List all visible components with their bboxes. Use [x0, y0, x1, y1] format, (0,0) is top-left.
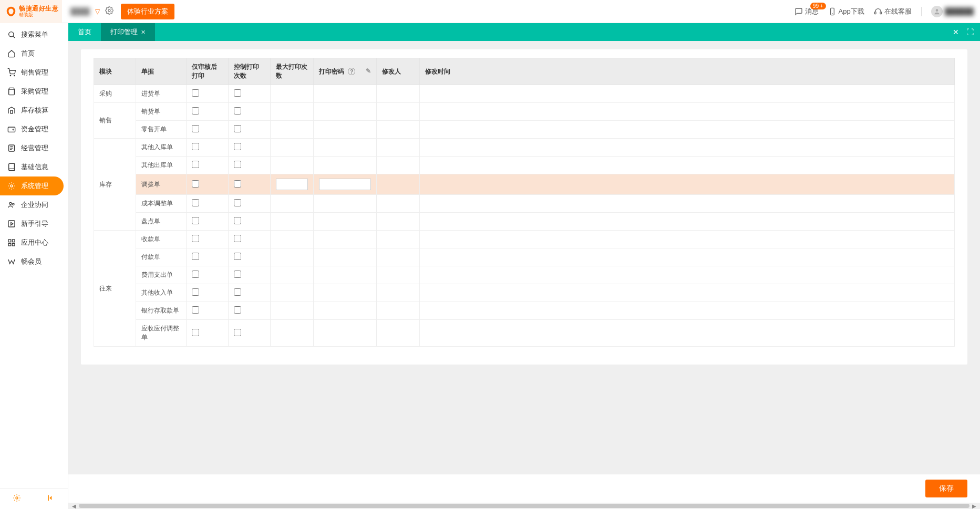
save-button[interactable]: 保存 [925, 480, 967, 497]
sidebar-item-sales[interactable]: 销售管理 [0, 63, 68, 82]
audit-only-checkbox[interactable] [192, 271, 199, 278]
svg-point-18 [11, 185, 13, 187]
fullscreen-icon[interactable]: ⛶ [966, 28, 974, 36]
audit-only-checkbox[interactable] [192, 125, 199, 132]
app-download-label: App下载 [839, 7, 864, 16]
table-row: 零售开单 [94, 121, 955, 139]
user-menu[interactable]: ██████ [931, 6, 974, 17]
td-limit [229, 266, 271, 284]
td-max [271, 231, 314, 248]
td-password [314, 195, 377, 213]
sidebar: 搜索菜单首页销售管理采购管理库存核算资金管理经营管理基础信息系统管理企业协同新手… [0, 23, 68, 509]
sidebar-item-guide[interactable]: 新手引导 [0, 214, 68, 233]
sidebar-item-apps[interactable]: 应用中心 [0, 233, 68, 252]
online-service-button[interactable]: 在线客服 [874, 7, 912, 16]
audit-only-checkbox[interactable] [192, 199, 199, 206]
table-row: 成本调整单 [94, 195, 955, 213]
limit-checkbox[interactable] [234, 161, 241, 168]
td-limit [229, 121, 271, 139]
audit-only-checkbox[interactable] [192, 288, 199, 296]
th-doc: 单据 [136, 58, 187, 85]
sidebar-item-coop[interactable]: 企业协同 [0, 195, 68, 214]
audit-only-checkbox[interactable] [192, 143, 199, 150]
limit-checkbox[interactable] [234, 89, 241, 97]
sidebar-item-stock[interactable]: 库存核算 [0, 101, 68, 120]
limit-checkbox[interactable] [234, 271, 241, 278]
td-modifier [377, 231, 420, 248]
td-modifier [377, 213, 420, 231]
svg-rect-4 [880, 12, 882, 14]
scroll-right-icon[interactable]: ▶ [972, 503, 977, 509]
max-print-input[interactable] [276, 179, 308, 190]
edit-icon[interactable]: ✎ [366, 67, 371, 75]
avatar-icon [931, 6, 943, 17]
team-icon [7, 201, 16, 209]
print-password-input[interactable] [319, 179, 371, 190]
limit-checkbox[interactable] [234, 288, 241, 296]
svg-line-7 [13, 36, 15, 38]
sidebar-collapse-icon[interactable] [47, 494, 55, 504]
td-limit [229, 103, 271, 121]
sidebar-item-system[interactable]: 系统管理 [0, 176, 64, 195]
company-name: ████ [70, 7, 90, 15]
sidebar-item-search[interactable]: 搜索菜单 [0, 25, 68, 44]
audit-only-checkbox[interactable] [192, 180, 199, 188]
sidebar-item-label: 系统管理 [21, 181, 48, 191]
audit-only-checkbox[interactable] [192, 253, 199, 260]
th-password: 打印密码 ? ✎ [314, 58, 377, 85]
tab-close-all-icon[interactable]: ✕ [953, 28, 959, 36]
audit-only-checkbox[interactable] [192, 235, 199, 242]
sidebar-item-vip[interactable]: 畅会员 [0, 252, 68, 271]
sidebar-item-fund[interactable]: 资金管理 [0, 120, 68, 139]
svg-point-8 [10, 75, 11, 76]
scroll-left-icon[interactable]: ◀ [71, 503, 77, 509]
sidebar-item-biz[interactable]: 经营管理 [0, 139, 68, 158]
company-selector[interactable]: ████ ▽ [70, 7, 100, 15]
td-audit-only [187, 157, 229, 174]
horizontal-scrollbar[interactable]: ◀ ▶ [68, 503, 980, 509]
tab-0[interactable]: 首页 [68, 23, 101, 41]
help-icon[interactable]: ? [348, 68, 355, 75]
audit-only-checkbox[interactable] [192, 161, 199, 168]
limit-checkbox[interactable] [234, 199, 241, 206]
app-download-button[interactable]: App下载 [828, 7, 864, 16]
scroll-thumb[interactable] [79, 504, 969, 508]
audit-only-checkbox[interactable] [192, 89, 199, 97]
audit-only-checkbox[interactable] [192, 306, 199, 314]
try-industry-button[interactable]: 体验行业方案 [121, 4, 174, 19]
td-audit-only [187, 248, 229, 266]
messages-button[interactable]: 消息 99 + [795, 7, 819, 16]
svg-rect-3 [874, 12, 876, 14]
sidebar-item-purchase[interactable]: 采购管理 [0, 82, 68, 101]
audit-only-checkbox[interactable] [192, 329, 199, 336]
audit-only-checkbox[interactable] [192, 107, 199, 115]
close-icon[interactable]: ✕ [141, 29, 146, 36]
limit-checkbox[interactable] [234, 306, 241, 314]
limit-checkbox[interactable] [234, 125, 241, 132]
td-doc: 收款单 [136, 231, 187, 248]
sidebar-item-home[interactable]: 首页 [0, 44, 68, 63]
sidebar-item-basic[interactable]: 基础信息 [0, 158, 68, 176]
th-modifier: 修改人 [377, 58, 420, 85]
tab-1[interactable]: 打印管理✕ [101, 23, 155, 41]
main-area: 首页打印管理✕ ✕ ⛶ 模块 单据 仅审核后打印 控制打印次数 最大打印次数 [68, 23, 980, 509]
limit-checkbox[interactable] [234, 107, 241, 115]
audit-only-checkbox[interactable] [192, 217, 199, 224]
td-limit [229, 231, 271, 248]
limit-checkbox[interactable] [234, 235, 241, 242]
td-mod-time [420, 121, 955, 139]
td-limit [229, 157, 271, 174]
limit-checkbox[interactable] [234, 329, 241, 336]
limit-checkbox[interactable] [234, 217, 241, 224]
svg-point-19 [9, 202, 12, 204]
warehouse-icon [7, 106, 16, 115]
td-password [314, 121, 377, 139]
limit-checkbox[interactable] [234, 253, 241, 260]
limit-checkbox[interactable] [234, 143, 241, 150]
table-row: 其他收入单 [94, 284, 955, 302]
td-audit-only [187, 284, 229, 302]
limit-checkbox[interactable] [234, 180, 241, 188]
sidebar-settings-icon[interactable] [13, 494, 21, 504]
td-audit-only [187, 85, 229, 103]
company-settings-icon[interactable] [105, 6, 114, 16]
